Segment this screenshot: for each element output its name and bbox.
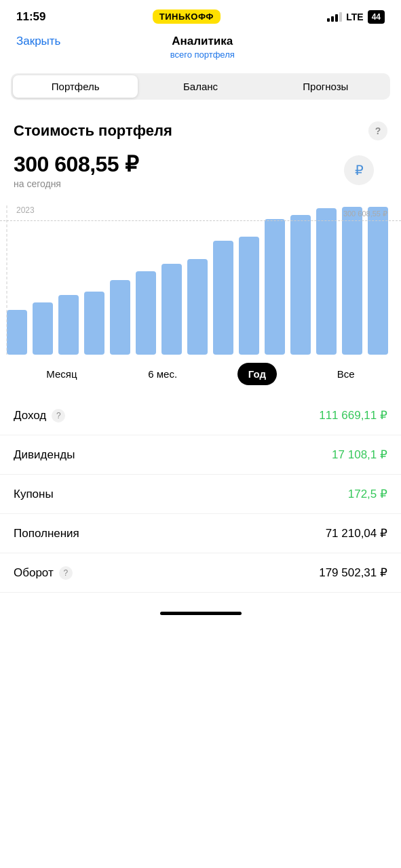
svg-rect-8 — [213, 241, 233, 355]
tab-balance[interactable]: Баланс — [138, 75, 263, 98]
stat-value-turnover: 179 502,31 ₽ — [319, 566, 387, 580]
stat-label-text-income: Доход — [14, 409, 46, 422]
svg-rect-13 — [342, 207, 362, 355]
period-month[interactable]: Месяц — [35, 363, 88, 385]
chart-container: 2023 300 608,55 ₽ — [0, 200, 401, 355]
status-time: 11:59 — [16, 10, 45, 24]
stat-value-coupons: 172,5 ₽ — [348, 487, 387, 501]
section-help-icon[interactable]: ? — [368, 121, 387, 140]
stat-label-text-turnover: Оборот — [14, 566, 54, 580]
tab-forecasts[interactable]: Прогнозы — [263, 75, 388, 98]
status-bar: 11:59 ТИНЬКОФФ LTE 44 — [0, 0, 401, 29]
stat-value-income: 111 669,11 ₽ — [319, 408, 387, 422]
period-selector: Месяц 6 мес. Год Все — [0, 355, 401, 396]
home-indicator — [160, 612, 242, 615]
stat-label-text-deposits: Пополнения — [14, 527, 79, 540]
bar-chart — [5, 205, 396, 355]
stat-value-deposits: 71 210,04 ₽ — [326, 526, 387, 540]
signal-icon — [327, 12, 342, 22]
chart-dashed-line — [0, 220, 401, 221]
status-right: LTE 44 — [327, 10, 385, 24]
svg-rect-7 — [187, 259, 208, 355]
chart-value-label: 300 608,55 ₽ — [343, 210, 387, 218]
tab-portfolio[interactable]: Портфель — [13, 75, 138, 98]
portfolio-value-row: 300 608,55 ₽ на сегодня ₽ — [14, 151, 387, 189]
close-button[interactable]: Закрыть — [16, 35, 60, 48]
svg-rect-5 — [136, 271, 156, 355]
bottom-bar — [0, 598, 401, 623]
stat-label-coupons: Купоны — [14, 488, 54, 501]
nav-bar: Закрыть Аналитика всего портфеля — [0, 29, 401, 68]
svg-rect-14 — [368, 207, 388, 355]
stat-label-income: Доход ? — [14, 409, 65, 422]
turnover-help-icon[interactable]: ? — [59, 566, 73, 580]
segment-control: Портфель Баланс Прогнозы — [11, 73, 390, 100]
period-all[interactable]: Все — [326, 363, 366, 385]
chart-svg[interactable] — [0, 205, 401, 355]
svg-rect-11 — [290, 215, 311, 355]
stat-label-turnover: Оборот ? — [14, 566, 73, 580]
stat-row-turnover: Оборот ? 179 502,31 ₽ — [0, 553, 401, 593]
nav-title: Аналитика всего портфеля — [170, 35, 235, 60]
svg-rect-1 — [33, 302, 53, 355]
brand-logo: ТИНЬКОФФ — [153, 9, 221, 24]
battery-indicator: 44 — [368, 10, 385, 24]
portfolio-date: на сегодня — [14, 178, 138, 189]
stat-row-deposits: Пополнения 71 210,04 ₽ — [0, 514, 401, 553]
svg-rect-9 — [239, 237, 259, 355]
chart-year-label: 2023 — [16, 205, 35, 215]
section-header: Стоимость портфеля ? — [0, 111, 401, 146]
svg-rect-12 — [316, 208, 337, 355]
svg-rect-4 — [110, 280, 130, 355]
stats-list: Доход ? 111 669,11 ₽ Дивиденды 17 108,1 … — [0, 396, 401, 593]
portfolio-amount: 300 608,55 ₽ — [14, 151, 138, 177]
period-6months[interactable]: 6 мес. — [137, 363, 188, 385]
section-title: Стоимость портфеля — [14, 122, 172, 140]
svg-rect-10 — [265, 219, 285, 355]
portfolio-value-left: 300 608,55 ₽ на сегодня — [14, 151, 138, 189]
stat-row-income: Доход ? 111 669,11 ₽ — [0, 396, 401, 435]
stat-label-dividends: Дивиденды — [14, 448, 75, 462]
stat-label-text-dividends: Дивиденды — [14, 448, 75, 462]
portfolio-value-section: 300 608,55 ₽ на сегодня ₽ — [0, 146, 401, 192]
svg-rect-0 — [7, 310, 27, 355]
svg-rect-6 — [161, 264, 182, 355]
svg-rect-2 — [58, 295, 79, 355]
svg-rect-3 — [84, 292, 104, 355]
stat-row-coupons: Купоны 172,5 ₽ — [0, 475, 401, 514]
currency-button[interactable]: ₽ — [344, 155, 374, 185]
page-title: Аналитика — [170, 35, 235, 48]
stat-label-text-coupons: Купоны — [14, 488, 54, 501]
stat-label-deposits: Пополнения — [14, 527, 79, 540]
lte-label: LTE — [346, 12, 363, 22]
income-help-icon[interactable]: ? — [52, 409, 65, 422]
page-subtitle: всего портфеля — [170, 50, 235, 60]
stat-value-dividends: 17 108,1 ₽ — [332, 448, 387, 462]
stat-row-dividends: Дивиденды 17 108,1 ₽ — [0, 435, 401, 475]
period-year[interactable]: Год — [237, 363, 277, 385]
